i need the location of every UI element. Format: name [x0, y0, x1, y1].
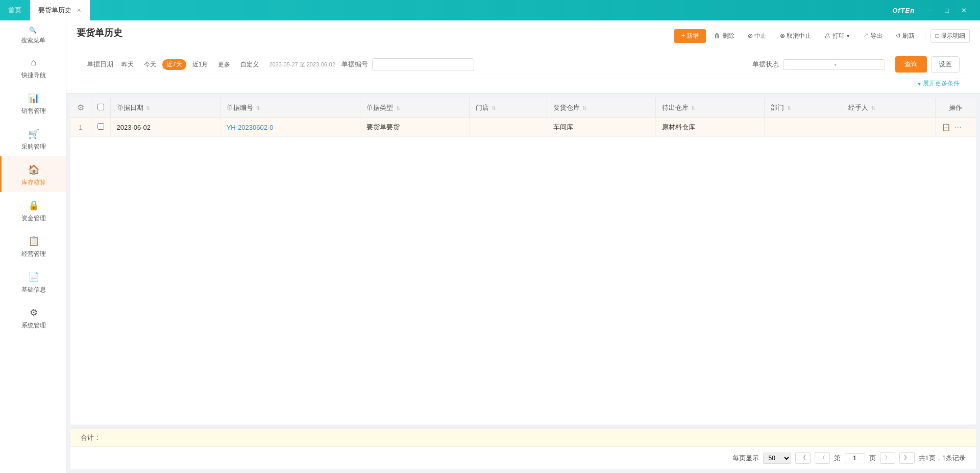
row-checkbox[interactable] [97, 123, 104, 130]
expand-label: 展开更多条件 [923, 79, 960, 88]
print-chevron-icon: ▾ [847, 33, 849, 39]
table-settings-icon[interactable]: ⚙ [77, 103, 84, 112]
brand-label: OfTEn [892, 7, 915, 14]
filter-bar: 单据日期 昨天 今天 近7天 近1月 更多 自定义 2023-05-27 至 2… [77, 50, 970, 79]
toolbar: + 新增 🗑 删除 ⊘ 中止 ⊗ 取消中止 🖨 打印 ▾ ↗ 导出 ↺ 刷新 □… [674, 29, 970, 43]
page-number-input[interactable] [845, 453, 865, 463]
sidebar-quick-nav-label: 快捷导航 [21, 71, 46, 80]
export-button[interactable]: ↗ 导出 [857, 29, 888, 43]
sales-icon: 📊 [28, 92, 40, 104]
stop-button[interactable]: ⊘ 中止 [743, 29, 772, 43]
col-actions: 操作 [935, 98, 976, 118]
minimize-btn[interactable]: — [923, 7, 936, 14]
tab-requisition-label: 要货单历史 [38, 6, 71, 15]
page-label-before: 第 [834, 454, 841, 463]
bill-no-link[interactable]: YH-20230602-0 [227, 124, 274, 131]
date-option-yesterday[interactable]: 昨天 [117, 59, 138, 70]
data-table: ⚙ 单据日期 ⇅ 单据编号 ⇅ [70, 98, 976, 137]
col-settings: ⚙ [70, 98, 91, 118]
print-button[interactable]: 🖨 打印 ▾ [819, 29, 854, 43]
select-all-checkbox[interactable] [97, 104, 104, 110]
main-layout: 🔍 搜索菜单 ⌂ 快捷导航 📊 销售管理 🛒 采购管理 🏠 库存核算 🔒 资金管… [0, 20, 980, 473]
cell-department [764, 118, 842, 137]
sidebar-item-basic-info[interactable]: 📄 基础信息 [0, 264, 66, 299]
date-option-more[interactable]: 更多 [214, 59, 234, 70]
query-button[interactable]: 查询 [895, 56, 927, 73]
content-area: 要货单历史 + 新增 🗑 删除 ⊘ 中止 ⊗ 取消中止 🖨 打印 ▾ ↗ 导出 … [66, 20, 980, 473]
col-bill-no: 单据编号 ⇅ [220, 98, 360, 118]
sort-pending-warehouse-icon[interactable]: ⇅ [691, 105, 695, 111]
page-title: 要货单历史 [77, 27, 122, 39]
date-options: 昨天 今天 近7天 近1月 更多 自定义 [117, 59, 263, 70]
cell-handler [842, 118, 935, 137]
expand-chevron-icon: ▾ [918, 80, 921, 87]
system-icon: ⚙ [28, 306, 40, 319]
next-page-btn[interactable]: 〉 [880, 452, 895, 464]
cell-store [469, 118, 547, 137]
date-option-1month[interactable]: 近1月 [188, 59, 212, 70]
date-option-7days[interactable]: 近7天 [162, 59, 186, 70]
tab-close-icon[interactable]: ✕ [77, 7, 81, 14]
sidebar-system-label: 系统管理 [21, 321, 46, 330]
edit-icon[interactable]: 📋 [942, 123, 950, 131]
sidebar-item-inventory[interactable]: 🏠 库存核算 [0, 156, 66, 192]
sort-store-icon[interactable]: ⇅ [492, 105, 496, 111]
tab-requisition-history[interactable]: 要货单历史 ✕ [30, 0, 90, 20]
sidebar-search[interactable]: 🔍 搜索菜单 [0, 20, 66, 49]
sidebar-search-label: 搜索菜单 [21, 36, 45, 45]
cell-checkbox [91, 118, 110, 137]
sort-bill-no-icon[interactable]: ⇅ [256, 105, 260, 111]
sidebar-purchase-label: 采购管理 [21, 143, 46, 151]
sidebar-operations-label: 经营管理 [21, 250, 46, 258]
sidebar-item-system[interactable]: ⚙ 系统管理 [0, 299, 66, 335]
sort-date-icon[interactable]: ⇅ [146, 105, 150, 111]
refresh-button[interactable]: ↺ 刷新 [891, 29, 920, 43]
page-size-select[interactable]: 20 50 100 200 [763, 453, 791, 464]
settings-button[interactable]: 设置 [931, 56, 960, 73]
new-button[interactable]: + 新增 [674, 29, 706, 43]
sidebar-item-finance[interactable]: 🔒 资金管理 [0, 192, 66, 228]
date-option-custom[interactable]: 自定义 [236, 59, 263, 70]
last-page-btn[interactable]: 》 [899, 452, 915, 464]
sort-bill-type-icon[interactable]: ⇅ [396, 105, 400, 111]
finance-icon: 🔒 [28, 199, 40, 211]
cell-row-num: 1 [70, 118, 91, 137]
sort-department-icon[interactable]: ⇅ [787, 105, 791, 111]
maximize-btn[interactable]: □ [942, 7, 952, 14]
sidebar-item-sales[interactable]: 📊 销售管理 [0, 85, 66, 121]
col-handler: 经手人 ⇅ [842, 98, 935, 118]
close-btn[interactable]: ✕ [958, 7, 970, 14]
cell-pending-warehouse: 原材料仓库 [655, 118, 764, 137]
sidebar-item-purchase[interactable]: 🛒 采购管理 [0, 121, 66, 156]
more-icon[interactable]: ⋯ [954, 123, 962, 131]
sort-req-warehouse-icon[interactable]: ⇅ [582, 105, 586, 111]
table-row: 1 2023-06-02 YH-20230602-0 要货单要货 [70, 118, 976, 137]
basic-info-icon: 📄 [28, 271, 40, 283]
date-option-today[interactable]: 今天 [140, 59, 160, 70]
cell-req-warehouse: 车间库 [547, 118, 655, 137]
expand-button[interactable]: ▾ 展开更多条件 [918, 79, 960, 88]
bill-no-label: 单据编号 [341, 60, 368, 69]
tab-home-label: 首页 [8, 6, 21, 15]
display-detail-button[interactable]: □ 显示明细 [930, 29, 970, 43]
cancel-stop-button[interactable]: ⊗ 取消中止 [775, 29, 816, 43]
quick-nav-icon: ⌂ [28, 56, 40, 68]
first-page-btn[interactable]: 《 [795, 452, 811, 464]
sort-handler-icon[interactable]: ⇅ [871, 105, 875, 111]
sidebar-sales-label: 销售管理 [21, 107, 46, 115]
bill-no-input[interactable] [372, 58, 474, 71]
cell-bill-type: 要货单要货 [360, 118, 469, 137]
date-filter-group: 单据日期 昨天 今天 近7天 近1月 更多 自定义 2023-05-27 至 2… [87, 59, 335, 70]
prev-page-btn[interactable]: 〈 [815, 452, 830, 464]
expand-filter-row: ▾ 展开更多条件 [77, 79, 970, 93]
status-select-chevron: ▾ [834, 62, 879, 67]
cell-bill-no: YH-20230602-0 [220, 118, 360, 137]
sidebar-item-operations[interactable]: 📋 经营管理 [0, 228, 66, 264]
bill-no-filter-group: 单据编号 [341, 58, 474, 71]
tab-home[interactable]: 首页 [0, 0, 30, 20]
delete-button[interactable]: 🗑 删除 [709, 29, 739, 43]
status-label: 单据状态 [752, 60, 779, 69]
total-info: 共1页，1条记录 [919, 454, 966, 463]
status-select[interactable]: ▾ [783, 59, 885, 70]
sidebar-item-quick-nav[interactable]: ⌂ 快捷导航 [0, 49, 66, 85]
